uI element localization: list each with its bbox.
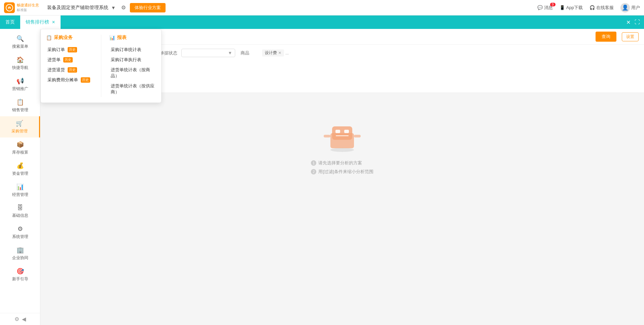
tab-home[interactable]: 首页 (0, 15, 20, 29)
cost-history-badge: 历史 (81, 77, 90, 83)
purchase-order-label: 采购订单 (47, 47, 65, 53)
user-item[interactable]: 👤 用户 (620, 3, 640, 12)
sidebar-collapse-icon[interactable]: ◀ (22, 316, 26, 322)
search-menu-icon: 🔍 (16, 35, 24, 42)
empty-line2: 用[过滤]条件来缩小分析范围 (318, 167, 373, 176)
goods-tag-close-icon[interactable]: ✕ (278, 51, 281, 55)
app-download-item[interactable]: 📱 App下载 (560, 5, 583, 11)
reports-col-icon: 📊 (109, 35, 115, 40)
reports-col-title: 📊 报表 (109, 35, 156, 41)
marketing-icon: 📢 (16, 77, 24, 85)
tab-bar: 首页 销售排行榜 ✕ ✕ ⛶ (0, 15, 644, 29)
goods-filter-item: 商品 设计费 ✕ ... (241, 49, 308, 56)
enterprise-icon: 🏢 (16, 246, 24, 254)
tab-close-icon[interactable]: ✕ (52, 20, 55, 25)
notification-item[interactable]: 💬 消息 9 (537, 5, 553, 11)
purchase-dropdown-menu: 📋 采购业务 采购订单 历史 进货单 历史 进货退货 历史 采购费用分摊单 历史… (40, 29, 162, 103)
voucher-status-item: 单据状态 ▼ (160, 49, 235, 57)
sidebar-item-basic-info-label: 基础信息 (12, 213, 28, 218)
reports-col: 📊 报表 采购订单统计表 采购订单执行表 进货单统计表（按商品） 进货单统计表（… (109, 35, 156, 97)
beginner-icon: 🎯 (16, 268, 24, 275)
sidebar-item-search-menu[interactable]: 🔍 搜索菜单 (0, 32, 40, 53)
logo-badge: 标准版 (17, 8, 39, 12)
svg-rect-7 (324, 135, 330, 137)
empty-illustration (322, 120, 362, 153)
headset-icon: 🎧 (589, 5, 595, 10)
incoming-history-badge: 历史 (63, 57, 73, 63)
return-label: 进货退货 (47, 67, 65, 73)
dropdown-item-po-stats[interactable]: 采购订单统计表 (109, 45, 156, 55)
sidebar-item-inventory[interactable]: 📦 库存核算 (0, 137, 40, 159)
inventory-icon: 📦 (16, 141, 24, 148)
goods-label: 商品 (241, 50, 259, 56)
svg-point-1 (330, 148, 354, 152)
sidebar-item-beginner-label: 新手引导 (12, 276, 28, 282)
tab-maximize-icon[interactable]: ⛶ (633, 18, 641, 27)
incoming-stats-supplier-label: 进货单统计表（按供应商） (111, 83, 155, 95)
system-icon: ⚙ (17, 225, 23, 233)
empty-line1: 请先选择要分析的方案 (318, 159, 362, 167)
header-right: 💬 消息 9 📱 App下载 🎧 在线客服 👤 用户 (537, 3, 640, 12)
sidebar-item-sales-label: 销售管理 (12, 107, 28, 113)
dropdown-item-purchase-order[interactable]: 采购订单 历史 (46, 45, 93, 55)
dropdown-divider (101, 35, 101, 97)
sidebar-item-beginner[interactable]: 🎯 新手引导 (0, 264, 40, 285)
incoming-label: 进货单 (47, 57, 61, 63)
sidebar-item-quick-nav-label: 快捷导航 (12, 65, 28, 71)
empty-text: 1 请先选择要分析的方案 2 用[过滤]条件来缩小分析范围 (311, 159, 373, 176)
sidebar-item-system[interactable]: ⚙ 系统管理 (0, 222, 40, 243)
system-title-text: 装备及固定资产辅助管理系统 (47, 5, 108, 11)
dropdown-item-return[interactable]: 进货退货 历史 (46, 65, 93, 75)
reports-col-title-text: 报表 (117, 35, 127, 41)
settings-small-button[interactable]: 设置 (622, 32, 639, 41)
tab-bar-right: ✕ ⛶ (625, 18, 644, 27)
po-exec-label: 采购订单执行表 (111, 57, 141, 63)
user-label: 用户 (631, 5, 640, 11)
tab-close-all-icon[interactable]: ✕ (625, 18, 632, 27)
sidebar-bottom: ⚙ ◀ (0, 313, 40, 325)
goods-tag-label: 设计费 (265, 50, 277, 56)
system-title-dropdown-icon[interactable]: ▼ (111, 5, 116, 10)
sales-icon: 📋 (16, 98, 24, 106)
sidebar-settings-icon[interactable]: ⚙ (14, 316, 19, 322)
dropdown-item-incoming-stats-supplier[interactable]: 进货单统计表（按供应商） (109, 81, 156, 97)
sidebar-item-basic-info[interactable]: 🗄 基础信息 (0, 201, 40, 222)
dropdown-item-incoming[interactable]: 进货单 历史 (46, 55, 93, 65)
industry-btn[interactable]: 体验行业方案 (130, 3, 166, 12)
user-avatar: 👤 (620, 3, 630, 12)
notification-icon: 💬 (537, 5, 543, 10)
return-history-badge: 历史 (68, 67, 77, 73)
mobile-icon: 📱 (560, 5, 565, 10)
operations-icon: 📊 (16, 183, 24, 191)
system-title-area: 装备及固定资产辅助管理系统 ▼ ⚙ (47, 4, 126, 11)
sidebar-item-sales[interactable]: 📋 销售管理 (0, 95, 40, 116)
sidebar-item-marketing[interactable]: 📢 营销推广 (0, 74, 40, 95)
sidebar-item-operations-label: 经营管理 (12, 192, 28, 198)
tab-sales-ranking[interactable]: 销售排行榜 ✕ (20, 15, 61, 29)
voucher-status-label: 单据状态 (160, 50, 179, 56)
sidebar: 🔍 搜索菜单 🏠 快捷导航 📢 营销推广 📋 销售管理 🛒 采购管理 📦 库存核… (0, 29, 40, 325)
sidebar-item-search-menu-label: 搜索菜单 (12, 44, 28, 49)
tab-sales-ranking-label: 销售排行榜 (26, 19, 49, 25)
purchase-col-title-text: 采购业务 (54, 35, 73, 41)
sidebar-item-enterprise[interactable]: 🏢 企业协同 (0, 243, 40, 264)
sidebar-item-finance[interactable]: 💰 资金管理 (0, 159, 40, 180)
sidebar-item-purchase[interactable]: 🛒 采购管理 (0, 116, 40, 137)
dropdown-item-incoming-stats-goods[interactable]: 进货单统计表（按商品） (109, 65, 156, 81)
purchase-col-icon: 📋 (46, 35, 52, 40)
cost-label: 采购费用分摊单 (47, 77, 78, 83)
po-stats-label: 采购订单统计表 (111, 47, 141, 53)
query-button[interactable]: 查询 (596, 32, 616, 42)
dropdown-item-cost[interactable]: 采购费用分摊单 历史 (46, 75, 93, 85)
sidebar-item-quick-nav[interactable]: 🏠 快捷导航 (0, 53, 40, 74)
voucher-status-control[interactable]: ▼ (181, 49, 235, 57)
step2-num: 2 (311, 169, 316, 174)
online-service-item[interactable]: 🎧 在线客服 (589, 5, 614, 11)
dropdown-item-po-exec[interactable]: 采购订单执行表 (109, 55, 156, 65)
goods-tag-more[interactable]: ... (285, 51, 289, 55)
system-settings-icon[interactable]: ⚙ (121, 4, 126, 11)
sidebar-item-marketing-label: 营销推广 (12, 86, 28, 92)
sidebar-item-operations[interactable]: 📊 经营管理 (0, 180, 40, 201)
step1-num: 1 (311, 160, 316, 166)
purchase-icon: 🛒 (16, 120, 23, 127)
